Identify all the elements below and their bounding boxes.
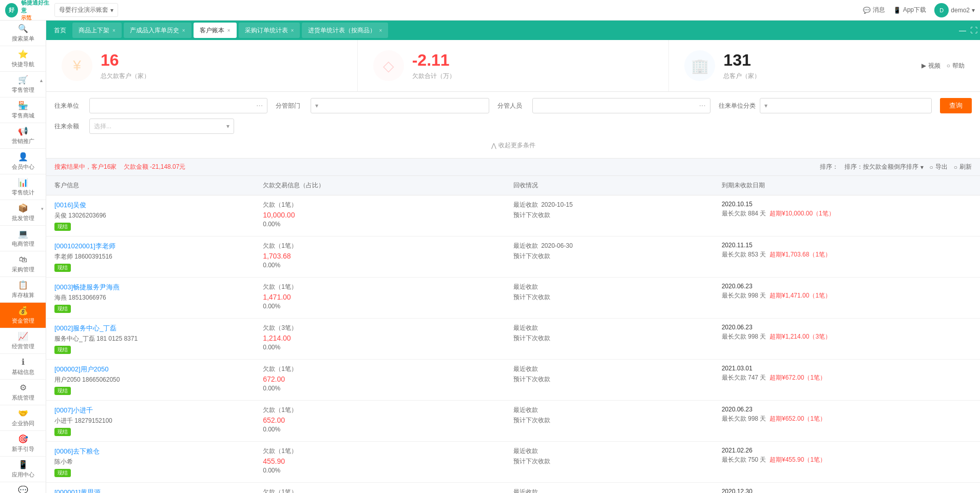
store-selector[interactable]: 母婴行业演示账套 ▾ bbox=[54, 3, 118, 17]
customer-name-link[interactable]: [0007]小进千 bbox=[54, 406, 263, 415]
debt-amount[interactable]: 1,703.68 bbox=[263, 252, 513, 260]
debt-ratio: 0.00% bbox=[263, 344, 513, 351]
recovery-label: 最近收款 bbox=[513, 324, 722, 332]
search-button[interactable]: 查询 bbox=[940, 98, 972, 113]
debt-info-cell: 欠款（3笔） 1,214.00 0.00% bbox=[263, 324, 513, 351]
sidebar-item-basic-info[interactable]: ℹ 基础信息 bbox=[0, 354, 46, 380]
overdue-days: 最长欠款 998 天 超期¥1,214.00（3笔） bbox=[722, 332, 972, 341]
sidebar-item-retail-stats[interactable]: 📊 零售统计 bbox=[0, 174, 46, 200]
sidebar-item-marketing[interactable]: 📢 营销推广 bbox=[0, 123, 46, 149]
customer-name-link[interactable]: [0016]吴俊 bbox=[54, 201, 263, 210]
close-icon[interactable]: × bbox=[182, 28, 185, 33]
date-info-cell: 2020.06.23 最长欠款 998 天 超期¥1,214.00（3笔） bbox=[722, 324, 972, 341]
overdue-link[interactable]: 超期¥1,703.68（1笔） bbox=[770, 251, 831, 258]
sort-label: 排序： bbox=[820, 163, 838, 171]
sidebar-item-operations[interactable]: 📈 经营管理 bbox=[0, 328, 46, 354]
tab-home[interactable]: 首页 bbox=[49, 26, 71, 35]
sidebar-item-finance[interactable]: 💰 资金管理 bbox=[0, 303, 46, 328]
tab-goods-stats[interactable]: 进货单统计表（按商品） × bbox=[302, 23, 388, 38]
source-unit-input[interactable]: ··· bbox=[89, 98, 267, 113]
debt-label: 欠款（1笔） bbox=[263, 201, 513, 209]
sidebar-item-purchase[interactable]: 🛍 采购管理 bbox=[0, 251, 46, 277]
customer-info-cell: [0001020001]李老师 李老师 18600391516 现结 bbox=[54, 242, 263, 272]
sidebar-item-quicknav[interactable]: ⭐ 快捷导航 bbox=[0, 46, 46, 72]
sidebar-item-wechat[interactable]: 💬 企业微信 bbox=[0, 482, 46, 493]
video-button[interactable]: ▶ 视频 bbox=[921, 62, 940, 70]
debt-amount[interactable]: 1,214.00 bbox=[263, 334, 513, 342]
app-download-button[interactable]: 📱 App下载 bbox=[893, 6, 926, 14]
customer-name-link[interactable]: [0001020001]李老师 bbox=[54, 242, 263, 251]
overdue-link[interactable]: 超期¥1,471.00（1笔） bbox=[770, 292, 831, 299]
debt-amount[interactable]: 455.90 bbox=[263, 457, 513, 465]
tab-product-listing[interactable]: 商品上下架 × bbox=[72, 23, 122, 38]
help-button[interactable]: ○ 帮助 bbox=[947, 62, 965, 70]
refresh-button[interactable]: ○ 刷新 bbox=[954, 163, 972, 171]
sidebar-item-collab[interactable]: 🤝 企业协同 bbox=[0, 405, 46, 431]
info-icon: ℹ bbox=[22, 357, 25, 367]
customer-tag: 现结 bbox=[54, 305, 71, 313]
balance-input[interactable]: 选择... ▾ bbox=[89, 119, 234, 134]
tab-label: 商品上下架 bbox=[79, 26, 109, 35]
close-icon[interactable]: × bbox=[112, 28, 116, 33]
sidebar-item-system[interactable]: ⚙ 系统管理 bbox=[0, 380, 46, 405]
debt-label: 欠款（1笔） bbox=[263, 447, 513, 456]
collapse-button[interactable]: ⋀ 收起更多条件 bbox=[54, 139, 972, 152]
close-icon[interactable]: × bbox=[291, 28, 294, 33]
debt-amount[interactable]: 1,471.00 bbox=[263, 293, 513, 301]
customer-name-link[interactable]: [0003]畅捷服务尹海燕 bbox=[54, 283, 263, 292]
sidebar-item-retail-mall[interactable]: 🏪 零售商城 bbox=[0, 97, 46, 123]
customer-name-link[interactable]: [0002]服务中心_丁磊 bbox=[54, 324, 263, 333]
sidebar-item-label: 零售管理 bbox=[12, 86, 34, 94]
overdue-link[interactable]: 超期¥10,000.00（1笔） bbox=[770, 210, 835, 217]
balance-placeholder: 选择... bbox=[94, 122, 111, 131]
close-icon[interactable]: × bbox=[227, 28, 230, 33]
sidebar-item-ecommerce[interactable]: 💻 电商管理 bbox=[0, 226, 46, 251]
customer-name-link[interactable]: [000001]黄思源 bbox=[54, 488, 263, 493]
overdue-link[interactable]: 超期¥672.00（1笔） bbox=[770, 374, 826, 381]
chevron-down-icon: ▾ bbox=[315, 102, 318, 109]
dept-input[interactable]: ▾ bbox=[311, 98, 489, 113]
sidebar-item-inventory[interactable]: 📋 库存核算 bbox=[0, 277, 46, 303]
table-row: [000002]用户2050 用户2050 18665062050 现结 欠款（… bbox=[46, 360, 980, 401]
overdue-link[interactable]: 超期¥455.90（1笔） bbox=[770, 456, 826, 463]
sidebar-item-search[interactable]: 🔍 搜索菜单 bbox=[0, 21, 46, 46]
tab-production-history[interactable]: 产成品入库单历史 × bbox=[124, 23, 191, 38]
customer-contact: 海燕 18513066976 bbox=[54, 293, 263, 302]
overdue-link[interactable]: 超期¥652.00（1笔） bbox=[770, 415, 826, 422]
customer-info-cell: [0002]服务中心_丁磊 服务中心_丁磊 181 0125 8371 现结 bbox=[54, 324, 263, 354]
tab-purchase-order-stats[interactable]: 采购订单统计表 × bbox=[239, 23, 300, 38]
sidebar-item-label: 搜索菜单 bbox=[12, 35, 34, 43]
maximize-icon[interactable]: ⛶ bbox=[970, 26, 977, 34]
trend-icon: 📈 bbox=[18, 331, 28, 341]
export-button[interactable]: ○ 导出 bbox=[930, 163, 948, 171]
debt-amount[interactable]: 10,000.00 bbox=[263, 211, 513, 219]
recovery-label: 最近收款 bbox=[513, 488, 722, 493]
sidebar-item-member[interactable]: 👤 会员中心 bbox=[0, 149, 46, 174]
sort-selector[interactable]: 排序：按欠款金额倒序排序 ▾ bbox=[844, 163, 924, 171]
box-icon: 📦 bbox=[18, 203, 28, 213]
unit-type-input[interactable]: ▾ bbox=[760, 98, 932, 113]
customer-name-link[interactable]: [0006]去下粮仓 bbox=[54, 447, 263, 456]
due-date: 2020.06.23 bbox=[722, 324, 972, 331]
logo: 好 畅捷通好生意 示范 bbox=[5, 0, 51, 22]
customer-name-link[interactable]: [000002]用户2050 bbox=[54, 365, 263, 374]
minimize-icon[interactable]: — bbox=[959, 26, 966, 34]
sidebar-item-guide[interactable]: 🎯 新手引导 bbox=[0, 431, 46, 457]
sidebar-item-retail-mgmt[interactable]: 🛒 零售管理 ▲ bbox=[0, 72, 46, 97]
overdue-days: 最长欠款 884 天 超期¥10,000.00（1笔） bbox=[722, 209, 972, 218]
customer-contact: 吴俊 13026203696 bbox=[54, 211, 263, 220]
user-profile[interactable]: D demo2 ▾ bbox=[934, 3, 975, 17]
debt-amount[interactable]: 672.00 bbox=[263, 375, 513, 383]
overdue-link[interactable]: 超期¥1,214.00（3笔） bbox=[770, 333, 831, 340]
table-row: [0006]去下粮仓 陈小希 现结 欠款（1笔） 455.90 0.00% 最近… bbox=[46, 442, 980, 483]
tab-customer-account[interactable]: 客户账本 × bbox=[194, 23, 237, 38]
sidebar-item-apps[interactable]: 📱 应用中心 bbox=[0, 457, 46, 482]
debt-amount[interactable]: 652.00 bbox=[263, 416, 513, 424]
message-button[interactable]: 💬 消息 bbox=[863, 6, 885, 14]
close-icon[interactable]: × bbox=[379, 28, 382, 33]
debt-ratio: 0.00% bbox=[263, 221, 513, 228]
manager-input[interactable]: ··· bbox=[532, 98, 710, 113]
debt-label: 欠款（1笔） bbox=[263, 242, 513, 250]
sidebar-item-wholesale[interactable]: 📦 批发管理 ▾ bbox=[0, 200, 46, 226]
recovery-info-cell: 最近收款 2020-06-30 预计下次收款 bbox=[513, 242, 722, 261]
